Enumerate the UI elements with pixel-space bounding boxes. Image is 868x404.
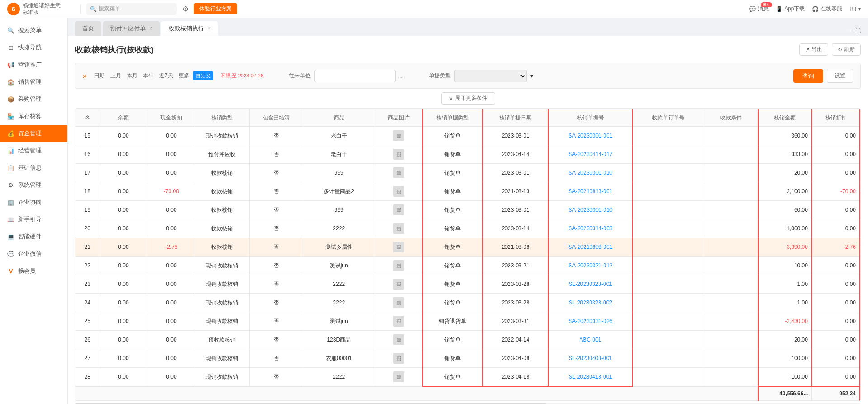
sidebar-label-member: 畅会员: [18, 267, 36, 275]
search-icon: 🔍: [7, 27, 14, 34]
phone-icon: 📱: [776, 6, 783, 12]
cell-collect-order-no: [632, 127, 704, 145]
cell-bill-no: SA-20230321-012: [548, 257, 632, 275]
top-search-area[interactable]: 🔍 搜索菜单: [86, 3, 177, 15]
footer-writeoff-amount: 40,556,66...: [758, 386, 812, 401]
export-button[interactable]: ↗ 导出: [799, 43, 828, 56]
tab-prepay[interactable]: 预付冲应付单 ×: [103, 21, 160, 36]
cell-balance: 0.00: [99, 257, 147, 275]
cell-seq: 25: [75, 312, 99, 331]
sidebar-item-member[interactable]: V 畅会员: [0, 262, 67, 280]
message-item[interactable]: 💬 消息 99+: [749, 5, 769, 13]
expand-more-button[interactable]: ∨ 展开更多条件: [441, 92, 495, 105]
date-prev-month[interactable]: 上月: [108, 71, 123, 81]
top-search-placeholder: 搜索菜单: [99, 5, 120, 13]
window-expand-icon[interactable]: ⛶: [855, 28, 861, 34]
user-name: Rit: [849, 6, 856, 12]
cell-bill-date: 2023-04-08: [483, 349, 549, 368]
tab-collect[interactable]: 收款核销执行 ×: [161, 21, 218, 36]
cell-cash-discount: 0.00: [147, 257, 195, 275]
cell-goods-img: 🖼: [375, 275, 423, 294]
table-row: 28 0.00 0.00 现销收款核销 否 2222 🖼 销货单 2023-04…: [75, 368, 860, 387]
th-gear[interactable]: ⚙: [75, 109, 99, 127]
grid-icon: ⊞: [7, 44, 14, 51]
sidebar-item-guide[interactable]: 📖 新手引导: [0, 211, 67, 228]
cell-collect-condition: [704, 201, 758, 219]
th-goods-img: 商品图片: [375, 109, 423, 127]
sidebar-item-sales[interactable]: 🏠 销售管理: [0, 73, 67, 90]
th-goods: 商品: [303, 109, 375, 127]
bill-no-link[interactable]: SA-20230301-010: [568, 170, 612, 176]
cell-cash-discount: 0.00: [147, 312, 195, 331]
cell-collect-order-no: [632, 275, 704, 294]
cell-bill-date: 2021-08-13: [483, 182, 549, 201]
partner-input[interactable]: [314, 70, 396, 82]
online-service-item[interactable]: 🎧 在线客服: [812, 5, 842, 13]
bill-no-link[interactable]: SA-20210808-001: [568, 244, 612, 250]
solution-button[interactable]: 体验行业方案: [194, 3, 237, 14]
cell-bill-report-type: 销货单: [423, 275, 482, 294]
user-name-item[interactable]: Rit ▾: [849, 6, 861, 12]
cell-goods: 测试jun: [303, 312, 375, 331]
cell-writeoff-amount: 1.00: [758, 275, 812, 294]
date-this-year[interactable]: 本年: [141, 71, 156, 81]
cell-writeoff-amount: 333.00: [758, 145, 812, 164]
window-minimize-icon[interactable]: —: [846, 28, 852, 34]
cell-collect-order-no: [632, 238, 704, 257]
cell-goods: 衣服00001: [303, 349, 375, 368]
cell-writeoff-discount: 0.00: [812, 145, 860, 164]
sidebar-item-marketing[interactable]: 📢 营销推广: [0, 56, 67, 73]
cell-cash-discount: 0.00: [147, 368, 195, 387]
bill-type-select[interactable]: [454, 70, 527, 82]
partner-dots[interactable]: ...: [399, 73, 404, 79]
date-more[interactable]: 更多: [177, 71, 191, 81]
tab-collect-close[interactable]: ×: [208, 25, 211, 32]
refresh-button[interactable]: ↻ 刷新: [832, 43, 861, 56]
sidebar-item-inventory[interactable]: 🏪 库存核算: [0, 108, 67, 125]
bill-no-link[interactable]: SL-20230328-002: [569, 299, 612, 306]
bill-no-link[interactable]: SA-20230321-012: [568, 262, 612, 269]
sidebar-item-hardware[interactable]: 💻 智能硬件: [0, 228, 67, 245]
sidebar-item-quick-nav[interactable]: ⊞ 快捷导航: [0, 39, 67, 56]
bill-no-link[interactable]: ABC-001: [580, 337, 602, 343]
sidebar-item-search[interactable]: 🔍 搜索菜单: [0, 22, 67, 39]
date-custom-btn[interactable]: 自定义: [193, 71, 213, 80]
query-button[interactable]: 查询: [793, 69, 823, 83]
bill-no-link[interactable]: SA-20230301-001: [568, 133, 612, 139]
date-this-month[interactable]: 本月: [125, 71, 139, 81]
bill-no-link[interactable]: SA-20230314-008: [568, 225, 612, 232]
cell-bill-date: 2023-03-01: [483, 201, 549, 219]
bill-no-link[interactable]: SA-20230414-017: [568, 151, 612, 157]
sidebar-item-system[interactable]: ⚙ 系统管理: [0, 176, 67, 194]
tab-prepay-close[interactable]: ×: [149, 25, 152, 32]
sidebar-item-wechat[interactable]: 💬 企业微信: [0, 245, 67, 262]
app-download-item[interactable]: 📱 App下载: [776, 5, 805, 13]
cell-collect-condition: [704, 368, 758, 387]
date-7days[interactable]: 近7天: [157, 71, 175, 81]
cell-goods: 2222: [303, 219, 375, 238]
bill-no-link[interactable]: SA-20230331-026: [568, 318, 612, 324]
setting-button[interactable]: 设置: [827, 69, 853, 83]
bill-no-link[interactable]: SA-20230301-010: [568, 207, 612, 213]
tab-home[interactable]: 首页: [75, 21, 101, 36]
cell-balance: 0.00: [99, 294, 147, 312]
sidebar-item-operation[interactable]: 📊 经营管理: [0, 142, 67, 159]
bill-no-link[interactable]: SA-20210813-001: [568, 188, 612, 195]
expand-toggle-icon[interactable]: »: [83, 72, 87, 80]
sidebar-item-purchase[interactable]: 📦 采购管理: [0, 90, 67, 108]
logo-area: 6 畅捷通谐好生意 标准版: [7, 2, 75, 15]
bill-no-link[interactable]: SL-20230328-001: [569, 281, 612, 287]
cell-writeoff-discount: 0.00: [812, 368, 860, 387]
settings-gear-button[interactable]: ⚙: [182, 5, 189, 13]
sidebar-item-finance[interactable]: 💰 资金管理: [0, 125, 67, 142]
bill-no-link[interactable]: SL-20230418-001: [569, 374, 612, 380]
sidebar-label-guide: 新手引导: [18, 215, 42, 223]
cell-writeoff-amount: 3,390.00: [758, 238, 812, 257]
bill-no-link[interactable]: SL-20230408-001: [569, 355, 612, 361]
sidebar-item-basic[interactable]: 📋 基础信息: [0, 159, 67, 176]
expand-bar: ∨ 展开更多条件: [75, 92, 861, 105]
cell-seq: 27: [75, 349, 99, 368]
cell-goods: 老白干: [303, 145, 375, 164]
cell-writeoff-amount: 1.00: [758, 294, 812, 312]
sidebar-item-enterprise[interactable]: 🏢 企业协同: [0, 194, 67, 211]
